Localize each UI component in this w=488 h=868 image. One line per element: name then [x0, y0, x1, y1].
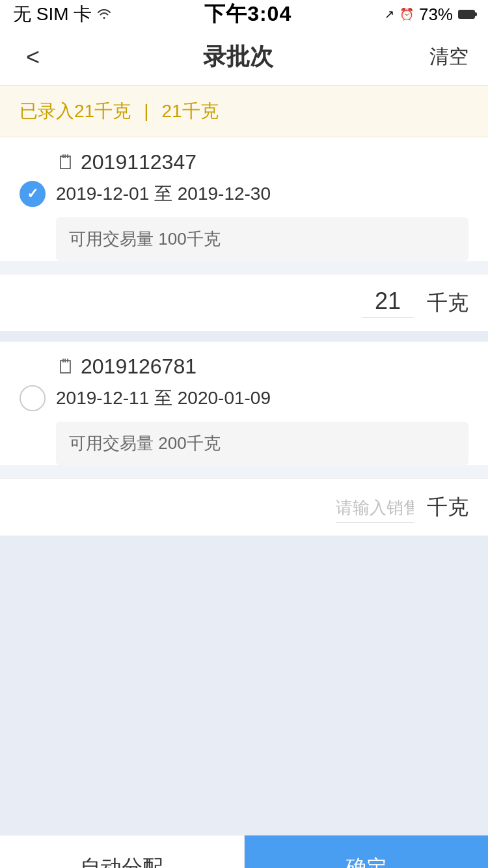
- batch-2-availability: 可用交易量 200千克: [56, 422, 468, 465]
- batch-1-header: 🗒 2019112347: [20, 150, 468, 174]
- batch-1-icon: 🗒: [56, 152, 75, 174]
- batch-1-quantity[interactable]: 21: [362, 288, 414, 318]
- batch-2-icon: 🗒: [56, 356, 75, 378]
- info-value: 21千克: [161, 99, 218, 124]
- clear-button[interactable]: 清空: [429, 44, 468, 70]
- batch-2-quantity-input[interactable]: [336, 492, 414, 522]
- batch-2-header: 🗒 2019126781: [20, 355, 468, 379]
- bottom-bar: 自动分配 确定: [0, 835, 488, 868]
- card-divider: [0, 331, 488, 342]
- batch-1-date-row: 2019-12-01 至 2019-12-30: [20, 181, 468, 207]
- status-bar: 无 SIM 卡 下午3:04 ↗ ⏰ 73%: [0, 0, 488, 29]
- back-button[interactable]: <: [20, 37, 46, 77]
- wifi-icon: [97, 7, 111, 22]
- batch-2-availability-text: 可用交易量 200千克: [69, 433, 221, 453]
- batch-2-radio[interactable]: [20, 385, 46, 411]
- batch-2-id: 2019126781: [81, 355, 197, 379]
- location-icon: ↗: [385, 7, 394, 21]
- batch-1-unit: 千克: [427, 289, 468, 318]
- batch-item-2: 🗒 2019126781 2019-12-11 至 2020-01-09 可用交…: [0, 342, 488, 465]
- page-title: 录批次: [203, 41, 273, 73]
- battery-percent: 73%: [419, 5, 453, 25]
- sim-label: 无 SIM 卡: [13, 2, 92, 27]
- confirm-button[interactable]: 确定: [245, 835, 489, 868]
- status-time: 下午3:04: [204, 0, 291, 29]
- batch-1-quantity-row: 21 千克: [0, 274, 488, 331]
- status-left: 无 SIM 卡: [13, 2, 111, 27]
- batch-1-availability-text: 可用交易量 100千克: [69, 229, 221, 249]
- info-banner: 已录入21千克 | 21千克: [0, 86, 488, 137]
- alarm-icon: ⏰: [400, 7, 414, 21]
- batch-2-date: 2019-12-11 至 2020-01-09: [56, 386, 271, 411]
- batch-1-id: 2019112347: [81, 150, 197, 174]
- auto-distribute-button[interactable]: 自动分配: [0, 835, 245, 868]
- batch-2-date-row: 2019-12-11 至 2020-01-09: [20, 385, 468, 411]
- status-right: ↗ ⏰ 73%: [385, 5, 475, 25]
- recorded-amount: 已录入21千克: [20, 99, 131, 124]
- batch-1-availability: 可用交易量 100千克: [56, 217, 468, 261]
- batch-1-radio[interactable]: [20, 181, 46, 207]
- nav-bar: < 录批次 清空: [0, 29, 488, 86]
- batch-2-quantity-row: 千克: [0, 478, 488, 536]
- info-divider: |: [144, 101, 148, 122]
- batch-item-1: 🗒 2019112347 2019-12-01 至 2019-12-30 可用交…: [0, 137, 488, 261]
- batch-2-unit: 千克: [427, 493, 468, 522]
- batch-1-date: 2019-12-01 至 2019-12-30: [56, 182, 271, 206]
- empty-area: [0, 536, 488, 835]
- battery-icon: [458, 10, 475, 19]
